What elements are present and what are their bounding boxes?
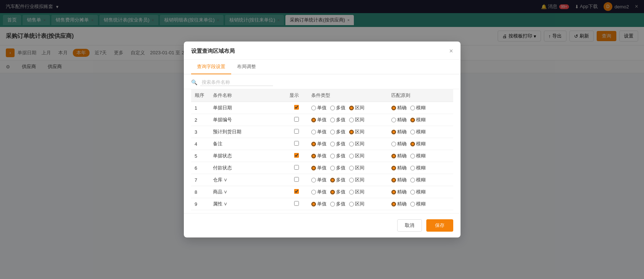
- settings-modal: 设置查询区域布局 × 查询字段设置 布局调整 🔍 顺序 条件名称 显示 条件类型: [184, 42, 461, 73]
- modal-overlay: 设置查询区域布局 × 查询字段设置 布局调整 🔍 顺序 条件名称 显示 条件类型: [0, 0, 644, 73]
- modal-close-button[interactable]: ×: [449, 47, 453, 55]
- tab-layout-adjust[interactable]: 布局调整: [231, 60, 262, 73]
- tab-query-fields[interactable]: 查询字段设置: [191, 60, 231, 73]
- modal-title: 设置查询区域布局: [191, 48, 235, 55]
- modal-tabs: 查询字段设置 布局调整: [184, 60, 461, 73]
- modal-header: 设置查询区域布局 ×: [184, 42, 461, 60]
